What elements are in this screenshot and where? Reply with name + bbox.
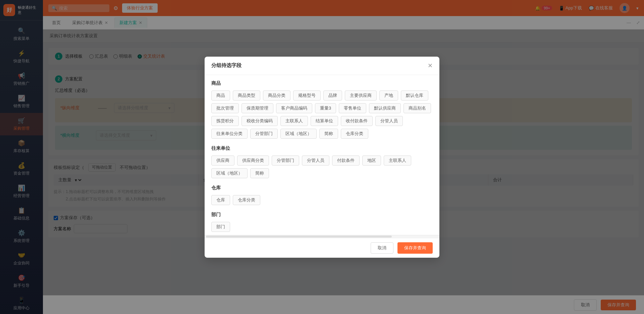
field-group-department: 部门 部门 — [211, 212, 433, 232]
modal-body: 商品 商品 商品类型 商品分类 规格型号 品牌 主要供应商 产地 默认仓库 批次… — [205, 75, 439, 235]
field-tag[interactable]: 往来单位分类 — [211, 129, 248, 139]
field-group-warehouse-title: 仓库 — [211, 185, 433, 191]
field-tags-warehouse: 仓库 仓库分类 — [211, 195, 433, 205]
field-tag[interactable]: 产地 — [379, 90, 398, 101]
field-group-goods: 商品 商品 商品类型 商品分类 规格型号 品牌 主要供应商 产地 默认仓库 批次… — [211, 80, 433, 139]
field-tag[interactable]: 拣货积分 — [211, 116, 239, 126]
modal-close-btn[interactable]: ✕ — [428, 62, 433, 69]
field-tag[interactable]: 商品分类 — [263, 90, 290, 101]
field-tag[interactable]: 结算单位 — [311, 116, 338, 126]
field-tag[interactable]: 地区 — [362, 155, 381, 166]
field-group-goods-title: 商品 — [211, 80, 433, 86]
field-tag[interactable]: 分管人员 — [302, 155, 329, 166]
field-tag[interactable]: 简称 — [319, 129, 338, 139]
field-tag[interactable]: 主联系人 — [280, 116, 308, 126]
field-tags-goods: 商品 商品类型 商品分类 规格型号 品牌 主要供应商 产地 默认仓库 批次管理 … — [211, 90, 433, 139]
field-tag[interactable]: 商品别名 — [404, 103, 431, 113]
field-tag[interactable]: 税收分类编码 — [241, 116, 278, 126]
field-tag[interactable]: 供应商 — [211, 155, 234, 166]
field-group-department-title: 部门 — [211, 212, 433, 218]
field-tag[interactable]: 供应商分类 — [237, 155, 269, 166]
field-tag[interactable]: 批次管理 — [211, 103, 239, 113]
modal-hscroll[interactable] — [205, 235, 439, 238]
field-tag[interactable]: 保质期管理 — [241, 103, 273, 113]
field-tag[interactable]: 零售单位 — [339, 103, 366, 113]
modal-title: 分组待选字段 — [211, 62, 241, 69]
field-select-modal: 分组待选字段 ✕ 商品 商品 商品类型 商品分类 规格型号 品牌 主要供应商 产… — [205, 57, 439, 258]
field-group-partner: 往来单位 供应商 供应商分类 分管部门 分管人员 付款条件 地区 主联系人 区域… — [211, 145, 433, 178]
field-tag[interactable]: 简称 — [250, 168, 269, 178]
field-tag[interactable]: 品牌 — [323, 90, 342, 101]
field-tag[interactable]: 分管人员 — [375, 116, 403, 126]
field-tag[interactable]: 商品 — [211, 90, 230, 101]
field-tag[interactable]: 规格型号 — [293, 90, 321, 101]
field-tag[interactable]: 客户商品编码 — [276, 103, 312, 113]
field-tag[interactable]: 分管部门 — [250, 129, 278, 139]
modal-footer: 取消 保存并查询 — [205, 238, 439, 258]
field-tag[interactable]: 收付款条件 — [341, 116, 373, 126]
modal-overlay: 分组待选字段 ✕ 商品 商品 商品类型 商品分类 规格型号 品牌 主要供应商 产… — [0, 0, 644, 314]
field-tag[interactable]: 主要供应商 — [345, 90, 377, 101]
field-group-warehouse: 仓库 仓库 仓库分类 — [211, 185, 433, 205]
field-tag[interactable]: 默认供应商 — [369, 103, 401, 113]
field-tag[interactable]: 主联系人 — [384, 155, 411, 166]
field-tag[interactable]: 部门 — [211, 222, 230, 232]
field-tag[interactable]: 分管部门 — [272, 155, 299, 166]
field-tag[interactable]: 区域（地区） — [280, 129, 317, 139]
field-tag[interactable]: 仓库分类 — [233, 195, 260, 205]
field-tag[interactable]: 仓库分类 — [341, 129, 368, 139]
field-group-partner-title: 往来单位 — [211, 145, 433, 151]
field-tag[interactable]: 商品类型 — [233, 90, 260, 101]
modal-header: 分组待选字段 ✕ — [205, 57, 439, 75]
field-tag[interactable]: 付款条件 — [332, 155, 360, 166]
modal-confirm-btn[interactable]: 保存并查询 — [397, 242, 433, 254]
field-tag[interactable]: 区域（地区） — [211, 168, 248, 178]
field-tags-department: 部门 — [211, 222, 433, 232]
field-tag[interactable]: 默认仓库 — [401, 90, 428, 101]
modal-cancel-btn[interactable]: 取消 — [371, 242, 393, 254]
hscroll-bar[interactable] — [206, 236, 392, 238]
field-tag[interactable]: 仓库 — [211, 195, 230, 205]
field-tag[interactable]: 重量3 — [315, 103, 336, 113]
field-tags-partner: 供应商 供应商分类 分管部门 分管人员 付款条件 地区 主联系人 区域（地区） … — [211, 155, 433, 178]
